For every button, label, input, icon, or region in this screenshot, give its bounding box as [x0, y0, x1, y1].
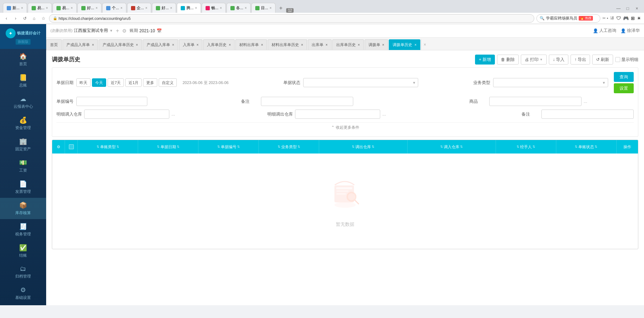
import-btn[interactable]: ↓ 导入	[549, 55, 568, 65]
th-gear[interactable]: ⚙	[52, 140, 65, 154]
new-tab-btn[interactable]: +	[276, 4, 285, 13]
settings-button[interactable]: 设置	[614, 83, 634, 93]
tab-close-icon-8[interactable]: ×	[326, 43, 328, 47]
th-out-warehouse[interactable]: ⇅ 调出仓库 ⇅	[319, 140, 408, 154]
sidebar-item-inventory[interactable]: 📦 库存核算	[0, 198, 46, 219]
browser-tab-2[interactable]: 易... ×	[53, 3, 77, 13]
browser-tab-8[interactable]: 畅... ×	[202, 3, 226, 13]
browser-tab-close-3[interactable]: ×	[95, 6, 98, 10]
tab-in-order-history[interactable]: 入库单历史 ×	[203, 39, 235, 50]
print-btn[interactable]: 🖨 打印 ▼	[521, 55, 547, 65]
goods-input[interactable]	[489, 97, 582, 106]
tab-home[interactable]: 首页	[46, 39, 62, 50]
tab-close-icon-6[interactable]: ×	[261, 43, 263, 47]
sidebar-item-ledger[interactable]: 📒 总账	[0, 70, 46, 91]
tab-out-order[interactable]: 出库单 ×	[308, 39, 332, 50]
tab-transfer-history[interactable]: 调拨单历史 ×	[389, 39, 420, 50]
browser-tab-close-2[interactable]: ×	[71, 6, 73, 10]
date-btn-today[interactable]: 今天	[92, 78, 106, 87]
collapse-btn[interactable]: ⌃ 收起更多条件	[56, 122, 634, 132]
user-avatar[interactable]: 👤 徐泽华	[621, 28, 640, 34]
remark-input[interactable]	[261, 97, 353, 106]
bookmark-btn[interactable]: ☆	[40, 15, 47, 22]
th-in-warehouse[interactable]: ⇅ 调入仓库 ⇅	[408, 140, 496, 154]
browser-tab-close-7[interactable]: ×	[195, 6, 197, 10]
tab-close-icon[interactable]: ×	[92, 43, 94, 47]
company-selector[interactable]: (勿删勿禁用) 江西服宝测试专用 ▼	[50, 28, 113, 34]
url-text[interactable]: https://cloud.chanjet.com/accounting/uru…	[59, 16, 131, 21]
tab-in-order[interactable]: 入库单 ×	[179, 39, 203, 50]
tab-close-icon-7[interactable]: ×	[301, 43, 303, 47]
select-all-checkbox[interactable]	[69, 144, 74, 149]
sidebar-item-archive[interactable]: 🗂 归档管理	[0, 262, 46, 283]
sidebar-item-funds[interactable]: 💰 资金管理	[0, 113, 46, 134]
back-btn[interactable]: ‹	[3, 15, 10, 22]
tab-close-icon-3[interactable]: ×	[172, 43, 174, 47]
query-button[interactable]: 查询	[614, 72, 634, 82]
browser-tab-close-4[interactable]: ×	[120, 6, 122, 10]
tab-product-in-history[interactable]: 产成品入库单历史 ×	[99, 39, 142, 50]
browser-tab-close-5[interactable]: ×	[145, 6, 147, 10]
maximize-btn[interactable]: □	[623, 4, 632, 13]
export-btn[interactable]: ↑ 导出	[571, 55, 590, 65]
date-btn-more[interactable]: 更多	[143, 78, 157, 87]
sidebar-item-reports[interactable]: ☁ 云报表中心	[0, 91, 46, 113]
sidebar-item-invoice[interactable]: 📄 发票管理	[0, 177, 46, 198]
sidebar-item-salary[interactable]: 💵 工资	[0, 155, 46, 177]
browser-tab-5[interactable]: 企... ×	[127, 3, 151, 13]
browser-tab-close-6[interactable]: ×	[170, 6, 172, 10]
browser-tab-4[interactable]: 个... ×	[102, 3, 126, 13]
add-company-btn[interactable]: +	[116, 28, 119, 34]
browser-tab-9[interactable]: 各... ×	[227, 3, 251, 13]
th-type[interactable]: ⇅ 单账类型 ⇅	[78, 140, 138, 154]
th-date[interactable]: ⇅ 单据日期 ⇅	[138, 140, 198, 154]
detail-in-dots[interactable]: ...	[171, 112, 175, 117]
browser-tab-6[interactable]: 好... ×	[152, 3, 176, 13]
tab-close-icon-11[interactable]: ×	[414, 43, 416, 47]
tab-close-icon-2[interactable]: ×	[136, 43, 138, 47]
period-selector[interactable]: 账期 2021-10 📅	[130, 28, 162, 34]
browser-tab-7[interactable]: 腾... ×	[177, 3, 201, 13]
browser-tab-close-10[interactable]: ×	[269, 6, 272, 10]
sidebar-item-assets[interactable]: 🏢 固定资产	[0, 134, 46, 155]
detail-in-input[interactable]	[84, 110, 169, 119]
tab-close-icon-5[interactable]: ×	[229, 43, 231, 47]
sidebar-item-close-account[interactable]: ✅ 结账	[0, 240, 46, 262]
date-btn-custom[interactable]: 自定义	[159, 78, 177, 87]
tab-close-icon-10[interactable]: ×	[382, 43, 384, 47]
browser-tab-0[interactable]: 新... ×	[3, 3, 27, 13]
btype-select[interactable]: ▼	[493, 78, 608, 87]
remark2-input[interactable]	[541, 110, 634, 119]
tab-product-in-2[interactable]: 产成品入库单 ×	[143, 39, 178, 50]
sidebar-item-guide[interactable]: 📘 新手引导	[0, 304, 46, 305]
browser-tab-close-9[interactable]: ×	[245, 6, 247, 10]
delete-btn[interactable]: 🗑 删除	[497, 55, 519, 65]
support-btn[interactable]: 👤 人工咨询	[593, 28, 616, 34]
tab-material-out-history[interactable]: 材料出库单历史 ×	[268, 39, 307, 50]
sidebar-item-home[interactable]: 🏠 首页	[0, 49, 46, 70]
tab-close-icon-4[interactable]: ×	[197, 43, 199, 47]
no-input[interactable]	[76, 97, 147, 106]
browser-tab-10[interactable]: 目... ×	[251, 3, 275, 13]
th-checkbox[interactable]	[65, 140, 78, 154]
checkbox-show-cols[interactable]	[615, 57, 620, 62]
detail-out-dots[interactable]: ...	[382, 112, 386, 117]
browser-tab-close[interactable]: ×	[21, 6, 23, 10]
sidebar-item-tax[interactable]: 🧾 税务管理	[0, 219, 46, 240]
date-btn-1month[interactable]: 近1月	[125, 78, 142, 87]
tab-transfer[interactable]: 调拨单 ×	[365, 39, 388, 50]
refresh-btn[interactable]: ↺ 刷新	[592, 55, 613, 65]
tab-material-out[interactable]: 材料出库单 ×	[235, 39, 267, 50]
date-btn-yesterday[interactable]: 昨天	[76, 78, 91, 87]
minimize-btn[interactable]: —	[614, 4, 623, 13]
tab-product-in[interactable]: 产成品入库单 ×	[62, 39, 98, 50]
forward-btn[interactable]: ›	[12, 15, 19, 22]
goods-dots-btn[interactable]: ...	[584, 99, 587, 104]
browser-search-box[interactable]: 🔍 学霸应聘场驱鸟员 🔥 热搜	[536, 14, 600, 23]
reload-btn[interactable]: ↺	[21, 15, 28, 22]
th-no[interactable]: ⇅ 单据编号 ⇅	[198, 140, 259, 154]
home-btn[interactable]: ⌂	[31, 15, 38, 22]
new-btn[interactable]: + 新增	[475, 55, 495, 65]
tab-out-order-history[interactable]: 出库单历史 ×	[332, 39, 364, 50]
th-handler[interactable]: ⇅ 经手人 ⇅	[496, 140, 556, 154]
